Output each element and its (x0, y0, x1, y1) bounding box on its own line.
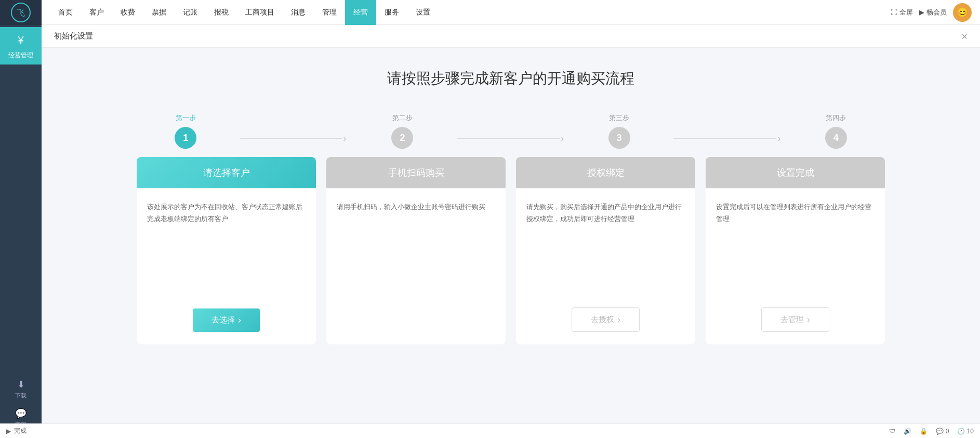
step-card-1: 请选择客户 该处展示的客户为不在回收站、客户状态正常建账后完成老板端绑定的所有客… (137, 157, 316, 344)
card1-header: 请选择客户 (137, 157, 316, 188)
card3-footer: 去授权 › (516, 307, 695, 344)
steps-visual: 第一步 1 › 第二步 2 › 第三步 3 (131, 113, 890, 149)
step3-circle: 3 (608, 127, 630, 149)
card3-header: 授权绑定 (516, 157, 695, 188)
sidebar: 飞 ¥ 经营管理 ⬇ 下载 💬 客服 (0, 0, 42, 438)
sidebar-download-btn[interactable]: ⬇ 下载 (0, 376, 42, 403)
card2-header: 手机扫码购买 (326, 157, 506, 188)
app-logo-icon: 飞 (10, 2, 31, 23)
nav-biz[interactable]: 工商项目 (237, 0, 283, 25)
nav-mgmt[interactable]: 管理 (314, 0, 345, 25)
nav-customer[interactable]: 客户 (81, 0, 112, 25)
step-col-1: 第一步 1 (131, 113, 240, 149)
step-card-4: 设置完成 设置完成后可以在管理列表进行所有企业用户的经营管理 去管理 › (706, 157, 885, 344)
main-content: 初始化设置 × 请按照步骤完成新客户的开通购买流程 第一步 1 › 第二步 2 (42, 25, 980, 423)
nav-settings[interactable]: 设置 (407, 0, 439, 25)
page-title: 初始化设置 (54, 31, 93, 41)
step4-circle: 4 (825, 127, 847, 149)
time-status-icon: 🕐 10 (957, 428, 974, 435)
step3-label: 第三步 (609, 113, 629, 123)
step-col-2: 第二步 2 (348, 113, 457, 149)
connector-1-2: › (240, 133, 349, 144)
status-bar: ▶ 完成 🛡 🔊 🔒 💬 0 🕐 10 (0, 423, 980, 438)
wizard-main-title: 请按照步骤完成新客户的开通购买流程 (387, 69, 634, 88)
nav-operations[interactable]: 经营 (345, 0, 376, 25)
connector-3-4: › (673, 133, 782, 144)
nav-right: ⛶ 全屏 ▶ 畅会员 😊 (891, 3, 972, 22)
nav-messages[interactable]: 消息 (283, 0, 314, 25)
sidebar-item-label: 经营管理 (8, 51, 33, 60)
status-bar-right: 🛡 🔊 🔒 💬 0 🕐 10 (889, 428, 974, 435)
nav-home[interactable]: 首页 (50, 0, 81, 25)
volume-status-icon: 🔊 (904, 428, 911, 435)
status-play-icon: ▶ (6, 428, 11, 435)
close-button[interactable]: × (961, 31, 968, 42)
vip-icon: ▶ (919, 8, 924, 16)
card1-body: 该处展示的客户为不在回收站、客户状态正常建账后完成老板端绑定的所有客户 (137, 188, 316, 308)
svg-text:飞: 飞 (17, 8, 25, 17)
step2-label: 第二步 (392, 113, 413, 123)
nav-bills[interactable]: 票据 (143, 0, 175, 25)
avatar[interactable]: 😊 (953, 3, 972, 22)
step-col-4: 第四步 4 (782, 113, 890, 149)
top-nav: 首页 客户 收费 票据 记账 报税 工商项目 消息 管理 经营 服务 设置 ⛶ … (42, 0, 980, 25)
fullscreen-icon: ⛶ (891, 8, 897, 16)
fullscreen-btn[interactable]: ⛶ 全屏 (891, 8, 913, 17)
sidebar-item-jingying[interactable]: ¥ 经营管理 (0, 27, 42, 65)
support-icon: 💬 (15, 408, 27, 419)
step-col-3: 第三步 3 (565, 113, 673, 149)
step-card-3: 授权绑定 请先购买，购买后选择开通的产品中的企业用户进行授权绑定，成功后即可进行… (516, 157, 695, 344)
page-header: 初始化设置 × (42, 25, 980, 48)
go-manage-button[interactable]: 去管理 › (761, 307, 829, 332)
arrow-icon-1: › (238, 315, 241, 326)
step-card-2: 手机扫码购买 请用手机扫码，输入小微企业主账号密码进行购买 (326, 157, 506, 344)
nav-accounting[interactable]: 记账 (175, 0, 206, 25)
wizard-area: 请按照步骤完成新客户的开通购买流程 第一步 1 › 第二步 2 › (42, 48, 980, 360)
msg-status-icon: 💬 0 (936, 428, 949, 435)
vip-btn[interactable]: ▶ 畅会员 (919, 8, 947, 17)
card3-body: 请先购买，购买后选择开通的产品中的企业用户进行授权绑定，成功后即可进行经营管理 (516, 188, 695, 307)
card4-footer: 去管理 › (706, 307, 885, 344)
step4-label: 第四步 (826, 113, 846, 123)
card2-body: 请用手机扫码，输入小微企业主账号密码进行购买 (326, 188, 506, 332)
step2-circle: 2 (391, 127, 413, 149)
download-icon: ⬇ (17, 379, 25, 390)
nav-service[interactable]: 服务 (376, 0, 407, 25)
card4-header: 设置完成 (706, 157, 885, 188)
arrow-icon-4: › (807, 314, 810, 325)
card4-body: 设置完成后可以在管理列表进行所有企业用户的经营管理 (706, 188, 885, 307)
connector-2-3: › (457, 133, 565, 144)
step1-circle: 1 (175, 127, 196, 149)
cards-row: 请选择客户 该处展示的客户为不在回收站、客户状态正常建账后完成老板端绑定的所有客… (137, 157, 885, 344)
lock-status-icon: 🔒 (920, 428, 928, 435)
go-select-button[interactable]: 去选择 › (193, 308, 260, 332)
arrow-icon-3: › (617, 314, 620, 325)
go-auth-button[interactable]: 去授权 › (572, 307, 640, 332)
nav-fees[interactable]: 收费 (112, 0, 143, 25)
status-complete-label: 完成 (14, 427, 27, 435)
card2-footer (326, 332, 506, 344)
sidebar-logo: 飞 (0, 0, 42, 25)
card1-footer: 去选择 › (137, 308, 316, 344)
nav-tax[interactable]: 报税 (206, 0, 237, 25)
yuan-icon: ¥ (12, 32, 29, 49)
step1-label: 第一步 (176, 113, 196, 123)
shield-status-icon: 🛡 (889, 428, 895, 435)
